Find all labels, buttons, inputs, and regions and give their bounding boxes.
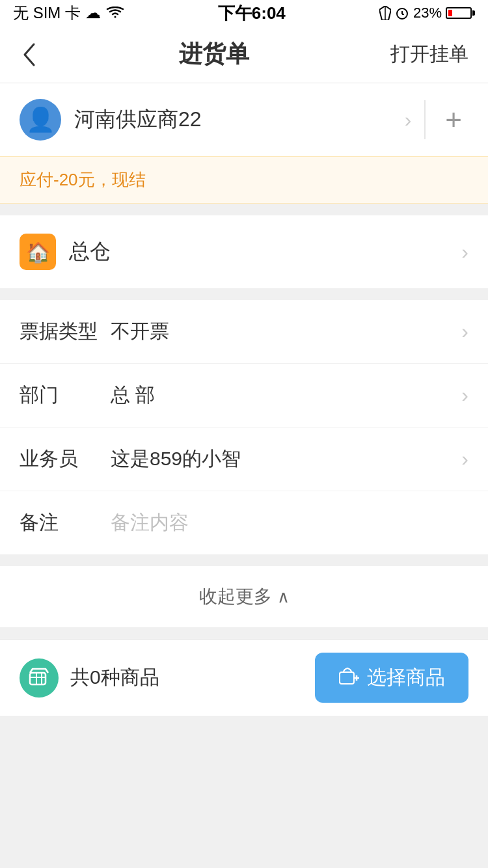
- product-icon-bg: [20, 658, 59, 698]
- cart-icon: [27, 666, 51, 690]
- salesperson-value: 这是859的小智: [111, 446, 461, 472]
- house-icon: 🏠: [26, 241, 50, 264]
- chevron-right-icon: ›: [461, 447, 468, 471]
- vertical-divider: [424, 100, 426, 139]
- product-count-text: 共0种商品: [70, 664, 159, 691]
- alarm-icon: [395, 6, 409, 20]
- collapse-arrow-icon: ∧: [277, 587, 290, 607]
- notice-bar: 应付-20元，现结: [0, 156, 488, 204]
- invoice-type-row[interactable]: 票据类型 不开票 ›: [0, 300, 488, 364]
- warehouse-section: 🏠 总仓 ›: [0, 215, 488, 288]
- collapse-row[interactable]: 收起更多 ∧: [0, 566, 488, 627]
- remarks-row[interactable]: 备注 备注内容: [0, 491, 488, 554]
- invoice-type-label: 票据类型: [20, 318, 111, 345]
- notice-text: 应付-20元，现结: [20, 170, 146, 189]
- bottom-bar: 共0种商品 选择商品: [0, 639, 488, 716]
- salesperson-row[interactable]: 业务员 这是859的小智 ›: [0, 427, 488, 491]
- warehouse-icon-bg: 🏠: [20, 234, 56, 270]
- collapse-label: 收起更多: [199, 584, 272, 609]
- chevron-right-icon: ›: [461, 319, 468, 344]
- chevron-right-icon: ›: [461, 240, 468, 264]
- open-pending-button[interactable]: 打开挂单: [390, 41, 468, 68]
- signal-text: 无 SIM 卡 ☁: [13, 3, 101, 23]
- select-goods-label: 选择商品: [367, 664, 445, 691]
- chevron-right-icon: ›: [405, 108, 412, 132]
- svg-rect-5: [30, 673, 46, 685]
- status-right: 23%: [379, 5, 475, 21]
- back-button[interactable]: [20, 40, 38, 69]
- battery-icon: [446, 7, 475, 19]
- add-button[interactable]: +: [439, 103, 468, 136]
- supplier-row[interactable]: 👤 河南供应商22 › +: [0, 83, 488, 156]
- department-row[interactable]: 部门 总 部 ›: [0, 364, 488, 427]
- remarks-input[interactable]: 备注内容: [111, 509, 468, 536]
- department-value: 总 部: [111, 382, 461, 409]
- warehouse-name: 总仓: [69, 237, 461, 266]
- battery-percent: 23%: [413, 5, 442, 21]
- wifi-icon: [106, 7, 124, 20]
- status-left: 无 SIM 卡 ☁: [13, 3, 124, 23]
- location-icon: [379, 6, 391, 20]
- supplier-name: 河南供应商22: [74, 105, 405, 134]
- form-section: 票据类型 不开票 › 部门 总 部 › 业务员 这是859的小智 › 备注 备注…: [0, 300, 488, 554]
- select-goods-button[interactable]: 选择商品: [315, 653, 468, 703]
- invoice-type-value: 不开票: [111, 318, 461, 345]
- salesperson-label: 业务员: [20, 446, 111, 472]
- content-fill: [0, 716, 488, 868]
- page-title: 进货单: [179, 38, 249, 70]
- avatar: 👤: [20, 99, 61, 141]
- product-count-area: 共0种商品: [20, 658, 159, 698]
- nav-bar: 进货单 打开挂单: [0, 26, 488, 83]
- select-goods-icon: [338, 667, 360, 689]
- person-icon: 👤: [26, 106, 55, 133]
- status-time: 下午6:04: [218, 2, 286, 25]
- warehouse-row[interactable]: 🏠 总仓 ›: [0, 215, 488, 288]
- department-label: 部门: [20, 382, 111, 409]
- svg-rect-9: [340, 672, 354, 684]
- status-bar: 无 SIM 卡 ☁ 下午6:04 23%: [0, 0, 488, 26]
- chevron-right-icon: ›: [461, 383, 468, 407]
- remarks-label: 备注: [20, 509, 111, 536]
- supplier-section: 👤 河南供应商22 › + 应付-20元，现结: [0, 83, 488, 204]
